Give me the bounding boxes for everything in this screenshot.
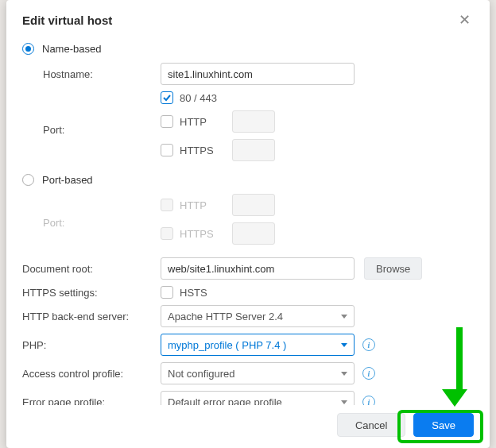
info-icon[interactable]: i [362,396,375,405]
access-control-value: Not configured [168,368,235,380]
dialog-footer: Cancel Save [6,405,490,448]
port-label: Port: [43,124,161,136]
port-http-row-disabled: HTTP [161,194,474,216]
browse-button[interactable]: Browse [364,257,422,280]
dialog-body: Name-based Hostname: Port: 80 / 443 [6,35,490,405]
name-based-radio-row[interactable]: Name-based [22,43,474,55]
info-icon[interactable]: i [362,338,375,351]
php-label: PHP: [22,339,161,351]
dialog-title: Edit virtual host [22,14,112,27]
http-port-input-disabled [232,194,275,216]
https-label-disabled: HTTPS [180,228,214,240]
https-label: HTTPS [180,145,214,156]
chevron-down-icon [341,315,347,319]
backend-select[interactable]: Apache HTTP Server 2.4 [161,305,355,327]
port-label-2: Port: [43,217,161,229]
port-default-label: 80 / 443 [180,92,217,104]
checkbox-icon[interactable] [161,115,173,128]
chevron-down-icon [341,343,347,347]
port-row-2: Port: HTTP HTTPS [43,194,474,251]
port-options-2: HTTP HTTPS [161,194,474,251]
checkbox-icon [161,227,173,240]
save-button[interactable]: Save [413,413,474,437]
port-row: Port: 80 / 443 HTTP [43,91,474,168]
checkbox-icon[interactable] [161,91,173,104]
checkbox-icon [161,199,173,211]
port-default-row[interactable]: 80 / 443 [161,91,474,104]
http-port-input [232,110,275,133]
hostname-label: Hostname: [43,68,161,80]
port-options: 80 / 443 HTTP HTTPS [161,91,474,168]
dialog-header: Edit virtual host ✕ [6,0,490,35]
radio-icon[interactable] [22,174,34,186]
chevron-down-icon [341,400,347,404]
port-based-radio-row[interactable]: Port-based [22,174,474,186]
access-control-select[interactable]: Not configured [161,362,355,384]
port-https-row[interactable]: HTTPS [161,139,474,161]
http-label-disabled: HTTP [180,199,207,211]
name-based-section: Hostname: Port: 80 / 443 HTTP [22,63,474,168]
cancel-button[interactable]: Cancel [337,413,405,437]
info-icon[interactable]: i [362,367,375,380]
backend-row: HTTP back-end server: Apache HTTP Server… [22,305,474,327]
https-port-input [232,139,275,161]
hsts-checkbox[interactable] [161,286,173,299]
error-page-value: Default error page profile [168,396,282,406]
chevron-down-icon [341,372,347,376]
document-root-input[interactable] [161,257,355,280]
access-control-label: Access control profile: [22,368,161,380]
checkbox-icon[interactable] [161,144,173,156]
backend-label: HTTP back-end server: [22,311,161,322]
hostname-input[interactable] [161,63,355,85]
document-root-row: Document root: Browse [22,257,474,280]
port-http-row[interactable]: HTTP [161,110,474,133]
https-settings-label: HTTPS settings: [22,287,161,299]
https-port-input-disabled [232,222,275,245]
port-https-row-disabled: HTTPS [161,222,474,245]
name-based-label: Name-based [42,43,101,55]
close-icon[interactable]: ✕ [455,11,474,29]
error-page-label: Error page profile: [22,396,161,406]
port-based-label: Port-based [42,174,93,186]
radio-icon[interactable] [22,43,34,55]
hostname-row: Hostname: [43,63,474,85]
access-control-row: Access control profile: Not configured i [22,362,474,384]
backend-value: Apache HTTP Server 2.4 [168,311,283,322]
http-label: HTTP [180,116,207,128]
hsts-label: HSTS [180,287,207,299]
php-value: myphp_profile ( PHP 7.4 ) [168,339,286,351]
php-select[interactable]: myphp_profile ( PHP 7.4 ) [161,334,355,356]
php-row: PHP: myphp_profile ( PHP 7.4 ) i [22,334,474,356]
edit-virtual-host-dialog: Edit virtual host ✕ Name-based Hostname:… [6,0,490,448]
error-page-select[interactable]: Default error page profile [161,391,355,405]
document-root-label: Document root: [22,263,161,275]
port-based-section: Port: HTTP HTTPS [22,194,474,251]
error-page-row: Error page profile: Default error page p… [22,391,474,405]
https-settings-row: HTTPS settings: HSTS [22,286,474,299]
